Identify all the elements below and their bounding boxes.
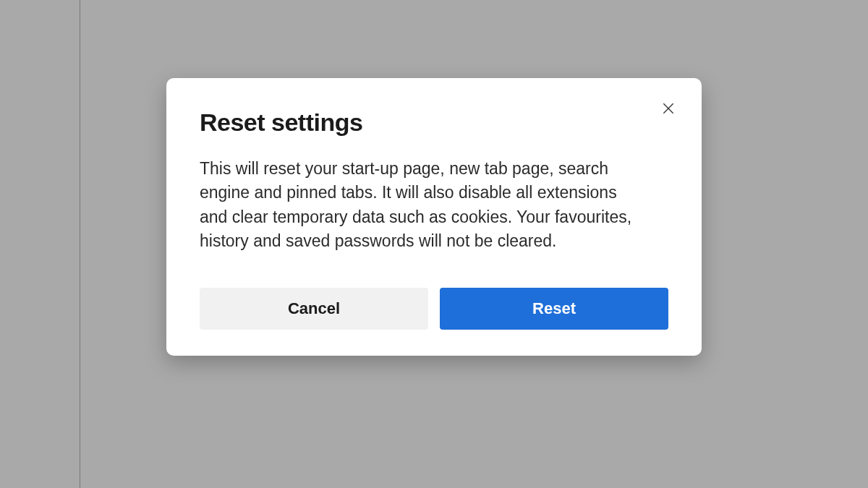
dialog-title: Reset settings (200, 108, 668, 137)
vertical-divider (80, 0, 80, 488)
reset-button[interactable]: Reset (440, 288, 668, 330)
cancel-button[interactable]: Cancel (200, 288, 428, 330)
dialog-button-row: Cancel Reset (200, 288, 668, 330)
dialog-body-text: This will reset your start-up page, new … (200, 157, 648, 253)
reset-settings-dialog: Reset settings This will reset your star… (166, 78, 702, 356)
close-button[interactable] (657, 97, 680, 120)
close-icon (661, 101, 676, 116)
